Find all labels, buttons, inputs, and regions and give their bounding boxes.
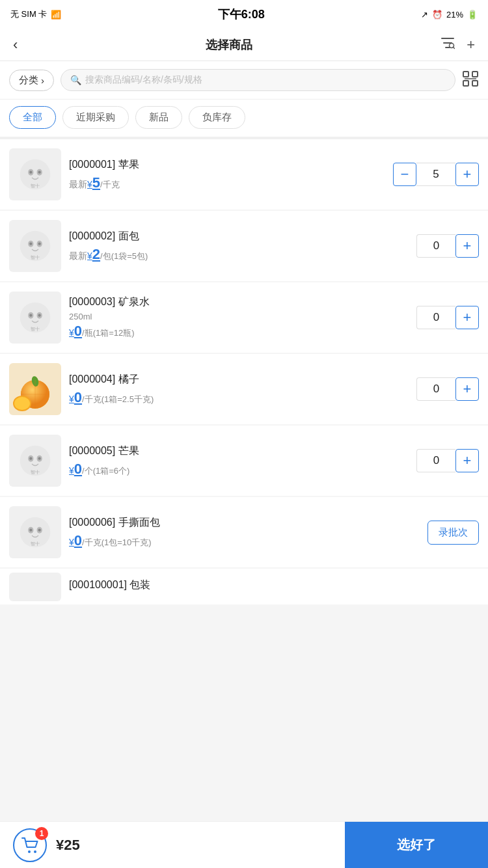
increase-button[interactable]: +: [455, 234, 479, 258]
list-item: 智十 [0000005] 芒果 ¥ 0 /个(1箱=6个) +: [0, 426, 488, 496]
quantity-input[interactable]: [416, 163, 455, 186]
product-thumbnail: [9, 573, 61, 601]
battery-icon: 🔋: [467, 10, 478, 20]
batch-button-wrap: 录批次: [427, 521, 479, 545]
tab-bar: 全部 近期采购 新品 负库存: [0, 100, 488, 139]
tab-negative[interactable]: 负库存: [189, 106, 245, 129]
increase-button[interactable]: +: [455, 377, 479, 401]
search-placeholder: 搜索商品编码/名称/条码/规格: [85, 74, 202, 86]
svg-text:智十: 智十: [31, 470, 40, 474]
status-carrier: 无 SIM 卡 📶: [10, 8, 61, 20]
back-button[interactable]: ‹: [13, 36, 18, 53]
product-thumbnail: 智十: [9, 506, 61, 558]
quantity-control: − +: [393, 163, 479, 186]
list-item: 智十 [0000003] 矿泉水 250ml ¥ 0 /瓶(1箱=12瓶) +: [0, 282, 488, 353]
page-title: 选择商品: [206, 37, 252, 53]
quantity-input[interactable]: [416, 306, 455, 329]
list-item: 智十 [0000006] 手撕面包 ¥ 0 /千克(1包=10千克) 录批次: [0, 497, 488, 567]
product-name: [0000002] 面包: [69, 230, 409, 243]
list-item: [0000004] 橘子 ¥ 0 /千克(1箱=2.5千克) +: [0, 354, 488, 424]
quantity-control: +: [416, 306, 479, 329]
list-item: 智十 [0000001] 苹果 最新 ¥ 5 /千克 − +: [0, 139, 488, 210]
product-price: ¥ 0 /千克(1箱=2.5千克): [69, 389, 409, 406]
svg-point-40: [29, 457, 32, 460]
filter-bar: 分类 › 🔍 搜索商品编码/名称/条码/规格: [0, 61, 488, 100]
product-info: [0000006] 手撕面包 ¥ 0 /千克(1包=10千克): [69, 516, 420, 549]
product-price: 最新 ¥ 2 /包(1袋=5包): [69, 246, 409, 263]
quantity-input[interactable]: [416, 377, 455, 401]
svg-rect-0: [441, 38, 454, 39]
quantity-input[interactable]: [416, 234, 455, 258]
product-thumbnail: 智十: [9, 435, 61, 487]
battery-text: 21%: [446, 10, 463, 20]
add-icon[interactable]: +: [467, 36, 475, 53]
product-price: ¥ 0 /个(1箱=6个): [69, 461, 409, 478]
tab-all[interactable]: 全部: [9, 106, 56, 129]
svg-point-50: [34, 850, 36, 853]
quantity-input[interactable]: [416, 449, 455, 472]
status-indicators: ↗ ⏰ 21% 🔋: [421, 10, 478, 20]
svg-rect-5: [463, 72, 468, 77]
carrier-text: 无 SIM 卡: [10, 8, 47, 20]
product-spec: 250ml: [69, 312, 409, 321]
product-info: [0000005] 芒果 ¥ 0 /个(1箱=6个): [69, 444, 409, 478]
cart-section: 1 ¥25: [0, 828, 345, 862]
category-label: 分类: [19, 74, 38, 87]
svg-point-46: [29, 529, 32, 532]
svg-point-26: [38, 314, 41, 317]
quantity-control: +: [416, 234, 479, 258]
wifi-icon: 📶: [51, 10, 61, 20]
svg-text:智十: 智十: [31, 183, 40, 188]
increase-button[interactable]: +: [455, 306, 479, 329]
product-price: ¥ 0 /千克(1包=10千克): [69, 532, 420, 549]
svg-rect-6: [472, 72, 478, 77]
product-info: [0000002] 面包 最新 ¥ 2 /包(1袋=5包): [69, 230, 409, 263]
svg-point-49: [28, 850, 31, 853]
category-arrow: ›: [41, 75, 44, 86]
search-icon: 🔍: [70, 75, 81, 85]
svg-text:智十: 智十: [31, 255, 40, 260]
quantity-control: +: [416, 449, 479, 472]
increase-button[interactable]: +: [455, 449, 479, 472]
product-price: ¥ 0 /瓶(1箱=12瓶): [69, 323, 409, 340]
svg-rect-8: [472, 81, 478, 86]
product-info: [000100001] 包装: [69, 578, 479, 595]
svg-rect-7: [463, 81, 468, 86]
alarm-icon: ⏰: [432, 10, 442, 20]
tab-new[interactable]: 新品: [135, 106, 182, 129]
tab-recent[interactable]: 近期采购: [62, 106, 129, 129]
location-icon: ↗: [421, 10, 428, 20]
status-time: 下午6:08: [218, 7, 265, 22]
product-name: [0000005] 芒果: [69, 444, 409, 458]
product-thumbnail: 智十: [9, 292, 61, 344]
batch-button[interactable]: 录批次: [427, 521, 479, 545]
product-thumbnail: 智十: [9, 148, 61, 200]
cart-total: ¥25: [56, 837, 80, 854]
product-thumbnail: [9, 363, 61, 415]
product-name: [0000004] 橘子: [69, 373, 409, 387]
decrease-button[interactable]: −: [393, 163, 416, 186]
scan-icon[interactable]: [462, 70, 479, 90]
search-box[interactable]: 🔍 搜索商品编码/名称/条码/规格: [61, 69, 455, 91]
increase-button[interactable]: +: [455, 163, 479, 186]
product-name: [0000003] 矿泉水: [69, 295, 409, 309]
svg-line-4: [454, 47, 455, 49]
cart-icon-button[interactable]: 1: [13, 828, 47, 862]
product-name: [0000001] 苹果: [69, 158, 385, 172]
product-list: 智十 [0000001] 苹果 最新 ¥ 5 /千克 − +: [0, 139, 488, 604]
quantity-control: +: [416, 377, 479, 401]
list-item: 智十 [0000002] 面包 最新 ¥ 2 /包(1袋=5包) +: [0, 211, 488, 281]
svg-point-47: [38, 529, 41, 532]
cart-badge: 1: [35, 827, 48, 840]
nav-actions: +: [441, 36, 475, 53]
product-price: 最新 ¥ 5 /千克: [69, 174, 385, 191]
svg-point-41: [38, 457, 41, 460]
status-bar: 无 SIM 卡 📶 下午6:08 ↗ ⏰ 21% 🔋: [0, 0, 488, 29]
svg-text:智十: 智十: [31, 327, 40, 331]
confirm-button[interactable]: 选好了: [345, 822, 488, 869]
svg-point-25: [29, 314, 32, 317]
product-info: [0000001] 苹果 最新 ¥ 5 /千克: [69, 158, 385, 191]
category-button[interactable]: 分类 ›: [9, 70, 54, 91]
svg-point-20: [38, 243, 41, 245]
filter-icon[interactable]: [441, 36, 455, 53]
